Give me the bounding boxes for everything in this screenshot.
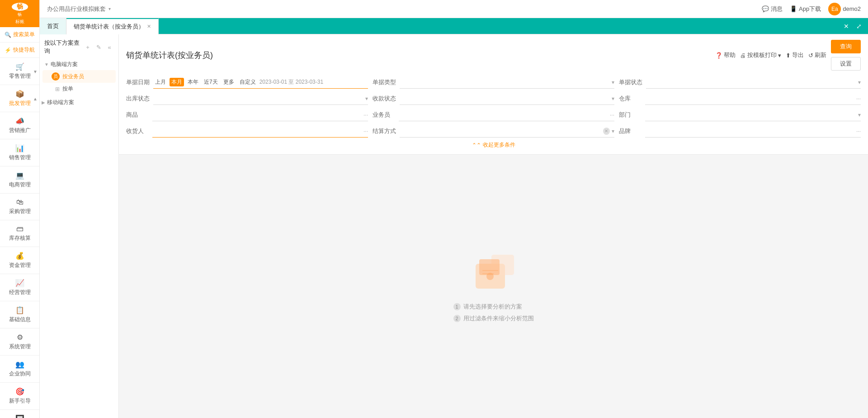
payment-dropdown-icon[interactable]: ▾ [612,128,614,134]
sub-title: 标账 [15,19,24,25]
recv-status-control: ▾ [400,92,614,105]
user-profile[interactable]: Ea demo2 [828,3,861,15]
mobile-scheme-group[interactable]: ▶ 移动端方案 [40,97,118,108]
add-scheme-btn[interactable]: + [83,43,92,52]
empty-state-svg [467,250,521,295]
consignee-input[interactable] [152,128,362,134]
empty-illustration [467,250,521,295]
retail-label: 零售管理 [9,72,31,80]
sidebar-item-ecommerce[interactable]: 💻 电商管理 [0,166,39,194]
warehouse-more-icon[interactable]: ··· [856,95,861,102]
sidebar-item-basic-info[interactable]: 📋 基础信息 [0,301,39,328]
consignee-more-icon[interactable]: ··· [363,128,368,134]
scheme-item-salesperson[interactable]: 员 按业务员 [42,70,116,83]
sidebar-item-finance[interactable]: 💰 资金管理 [0,247,39,274]
brand-input[interactable] [645,128,854,134]
desktop-scheme-title[interactable]: ▼ 电脑端方案 [42,59,116,70]
sidebar-item-marketing[interactable]: 📣 营销推广 [0,112,39,139]
doc-type-dropdown-icon[interactable]: ▾ [612,79,614,86]
sidebar-item-operations[interactable]: 📈 经营管理 [0,274,39,301]
collapse-up-icon: ⌃⌃ [472,142,481,148]
filter-brand: 品牌 ··· [619,125,861,138]
out-status-dropdown-icon[interactable]: ▾ [365,95,368,102]
salesperson-input[interactable] [399,111,608,118]
doc-status-dropdown-icon[interactable]: ▾ [858,79,861,86]
tab-home[interactable]: 首页 [40,18,66,34]
empty-tip-1: 1 请先选择要分析的方案 [453,303,534,311]
logo-abbr: 畅 [17,3,23,11]
recv-status-dropdown-icon[interactable]: ▾ [612,95,614,102]
mobile-scheme-label: 移动端方案 [47,99,74,106]
sidebar-item-system[interactable]: ⚙ 系统管理 [0,328,39,356]
date-tab-more[interactable]: 更多 [222,78,236,86]
date-tab-lastmonth[interactable]: 上月 [153,78,168,86]
collab-icon: 👥 [15,360,24,369]
sidebar-item-inventory[interactable]: 🗃 库存核算 [0,220,39,247]
print-btn[interactable]: 🖨 按模板打印 ▾ [740,51,781,59]
quicknav-label: 快捷导航 [13,46,35,54]
tab-close-icon[interactable]: ✕ [147,24,151,29]
doc-status-control: ▾ [646,76,861,89]
dept-dropdown-icon[interactable]: ▾ [858,112,861,118]
page-title: 销货单统计表(按业务员) [126,50,213,61]
tab-maximize-btn[interactable]: ⤢ [854,21,864,32]
payment-clear-icon[interactable]: ✕ [603,128,610,135]
sidebar-item-wholesale[interactable]: 📦 批发管理 ▲ [0,85,39,112]
help-btn[interactable]: ❓ 帮助 [715,51,736,59]
tab-close-btn[interactable]: ✕ [841,21,852,32]
out-status-input[interactable] [153,95,363,102]
search-icon: 🔍 [5,32,11,38]
sidebar-quicknav[interactable]: ⚡ 快捷导航 [0,43,39,58]
edit-scheme-btn[interactable]: ✎ [94,43,103,52]
sidebar-item-purchase[interactable]: 🛍 采购管理 [0,194,39,220]
salesperson-more-icon[interactable]: ··· [610,112,614,118]
sidebar-logo[interactable]: 畅 畅 标账 [0,0,39,27]
date-control: 上月 本月 本年 近7天 更多 自定义 2023-03-01 至 2023-03… [153,76,368,89]
payment-input[interactable] [400,128,603,134]
export-btn[interactable]: ⬆ 导出 [786,51,804,59]
scheme-item-order[interactable]: ⊞ 按单 [42,83,116,95]
refresh-btn[interactable]: ↺ 刷新 [808,51,826,59]
doc-status-input[interactable] [646,79,856,86]
setting-button[interactable]: 设置 [831,57,861,71]
message-icon: 💬 [762,5,769,12]
wholesale-arrow: ▲ [33,96,38,101]
tab-sales-stat[interactable]: 销货单统计表（按业务员） ✕ [66,18,159,34]
print-dropdown-icon[interactable]: ▾ [778,52,781,59]
consignee-label: 收货人 [126,127,149,135]
doc-type-input[interactable] [400,79,610,86]
app-download-btn[interactable]: 📱 App下载 [790,5,821,13]
collapse-panel-btn[interactable]: « [105,43,114,52]
sidebar-item-collab[interactable]: 👥 企业协同 [0,356,39,383]
sidebar-item-guide[interactable]: 🎯 新手引导 [0,383,39,410]
messages-btn[interactable]: 💬 消息 [762,5,783,13]
filter-row-2: 出库状态 ▾ 收款状态 ▾ 仓库 [126,92,861,105]
quicknav-icon: ⚡ [5,47,11,53]
goods-more-icon[interactable]: ··· [363,112,368,118]
brand-more-icon[interactable]: ··· [856,128,861,134]
warehouse-input[interactable] [645,95,854,102]
tab-bar: 首页 销货单统计表（按业务员） ✕ ✕ ⤢ [40,18,868,34]
goods-input[interactable] [152,111,362,118]
sidebar-search[interactable]: 🔍 搜索菜单 [0,27,39,43]
scheme-salesperson-icon: 员 [52,72,60,81]
sidebar-item-retail[interactable]: 🛒 零售管理 ▼ [0,58,39,85]
dept-input[interactable] [645,111,856,118]
date-tab-thismonth[interactable]: 本月 [170,78,184,86]
sidebar-item-sales[interactable]: 📊 销售管理 [0,139,39,166]
recv-status-input[interactable] [400,95,610,102]
warehouse-label: 仓库 [619,95,642,103]
user-avatar: Ea [828,3,841,15]
logo-text: 畅 [18,12,22,18]
sidebar-item-app-center[interactable]: 🔲 应用中心 [0,410,39,418]
collapse-icon: « [105,43,114,52]
date-tab-custom[interactable]: 自定义 [238,78,258,86]
account-dropdown-icon[interactable]: ▾ [108,6,111,11]
date-range-display: 2023-03-01 至 2023-03-31 [259,78,323,86]
query-button[interactable]: 查询 [831,40,861,53]
collapse-filters-btn[interactable]: ⌃⌃ 收起更多条件 [126,141,861,149]
app-center-icon: 🔲 [15,414,24,418]
order-scheme-icon: ⊞ [55,86,60,92]
date-tab-7days[interactable]: 近7天 [202,78,220,86]
date-tab-thisyear[interactable]: 本年 [186,78,200,86]
